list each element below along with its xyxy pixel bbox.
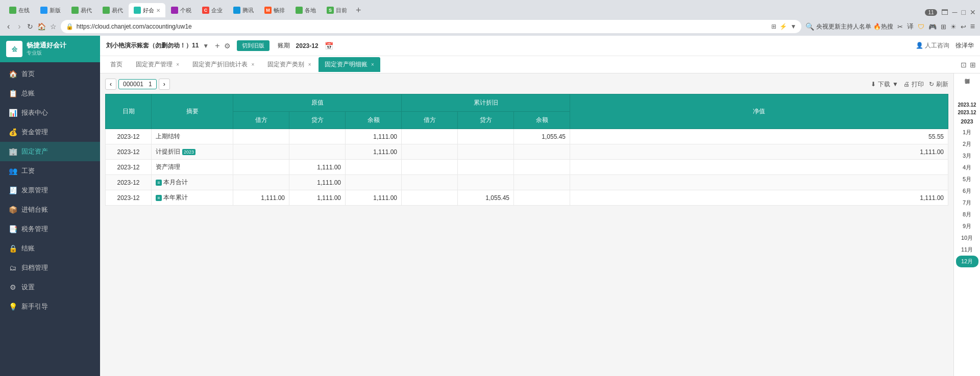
url-box[interactable]: 🔒 https://cloud.chanjet.com/accounting/u… — [61, 20, 802, 33]
next-page-button[interactable]: › — [159, 79, 170, 90]
tab-fixed-asset-detail-close[interactable]: × — [371, 62, 374, 67]
collapse-panel-icon[interactable]: ⊡ — [961, 61, 967, 69]
invoice-nav-icon: 🧾 — [8, 186, 17, 194]
back-button[interactable]: ‹ — [5, 21, 12, 32]
bookmark-button[interactable]: ☆ — [50, 22, 57, 31]
tab-depreciation-stats-close[interactable]: × — [252, 62, 255, 67]
translate-icon[interactable]: 译 — [907, 22, 914, 31]
tab-home[interactable]: 首页 — [104, 57, 129, 72]
tab-active-close[interactable]: ✕ — [156, 8, 160, 13]
period-month-11[interactable]: 11月 — [956, 244, 978, 256]
switch-version-button[interactable]: 切到旧版 — [237, 40, 270, 51]
expand-panel-icon[interactable]: ⊞ — [970, 61, 976, 69]
period-month-7[interactable]: 7月 — [956, 197, 978, 209]
tab-new-icon — [40, 7, 47, 14]
tab-muqian[interactable]: S 目前 — [322, 3, 352, 17]
period-value: 2023-12 — [296, 42, 318, 49]
minimize-icon[interactable]: ─ — [952, 8, 958, 16]
sidebar-item-guide[interactable]: 💡 新手引导 — [0, 297, 100, 316]
secure-icon: 🔒 — [66, 23, 74, 30]
add-account-button[interactable]: + — [215, 41, 219, 51]
cell-date: 2023-12 — [106, 129, 152, 144]
tab-new[interactable]: 新版 — [35, 3, 66, 17]
sidebar-item-settings[interactable]: ⚙ 设置 — [0, 278, 100, 297]
close-window-icon[interactable]: ✕ — [970, 8, 976, 16]
sidebar-item-close[interactable]: 🔒 结账 — [0, 239, 100, 258]
new-tab-button[interactable]: + — [353, 3, 364, 17]
period-month-3[interactable]: 3月 — [956, 150, 978, 162]
dropdown-icon[interactable]: ▼ — [790, 23, 796, 30]
sidebar-item-invoice-label: 发票管理 — [21, 186, 48, 195]
period-month-10[interactable]: 10月 — [956, 232, 978, 244]
sidebar-item-payroll[interactable]: 👥 工资 — [0, 161, 100, 181]
cell-date: 2023-12 — [106, 175, 152, 190]
period-month-12[interactable]: 12月 — [956, 256, 978, 267]
download-button[interactable]: ⬇ 下载 ▼ — [871, 80, 898, 89]
period-month-5[interactable]: 5月 — [956, 173, 978, 185]
print-button[interactable]: 🖨 打印 — [903, 80, 924, 89]
period-month-8[interactable]: 8月 — [956, 209, 978, 220]
sidebar-item-ledger[interactable]: 📋 总账 — [0, 84, 100, 103]
grid-icon[interactable]: ⊞ — [941, 23, 946, 31]
sidebar-item-archive[interactable]: 🗂 归档管理 — [0, 258, 100, 278]
maximize-icon[interactable]: □ — [962, 8, 966, 16]
account-dropdown[interactable]: ▼ — [203, 42, 209, 49]
sidebar-item-settings-label: 设置 — [21, 283, 35, 292]
cell-acc-credit: 1,055.45 — [458, 190, 514, 206]
refresh-button[interactable]: ↻ 刷新 — [929, 80, 948, 89]
th-orig-debit: 借方 — [233, 112, 289, 129]
tab-fixed-asset-mgmt[interactable]: 固定资产管理 × — [130, 57, 185, 72]
cell-orig-balance: 1,111.00 — [346, 129, 402, 144]
period-month-4[interactable]: 4月 — [956, 162, 978, 173]
calendar-icon[interactable]: 📅 — [325, 42, 333, 50]
settings-icon[interactable]: ⚙ — [224, 42, 231, 50]
page-number-display: 000001 1 — [118, 79, 157, 89]
sidebar-item-reports[interactable]: 📊 报表中心 — [0, 103, 100, 122]
cut-icon[interactable]: ✂ — [897, 23, 903, 31]
period-month-6[interactable]: 6月 — [956, 185, 978, 197]
tab-yidai1[interactable]: 易代 — [66, 3, 97, 17]
menu-icon[interactable]: ≡ — [970, 22, 975, 31]
tab-fixed-asset-category[interactable]: 固定资产类别 × — [261, 57, 317, 72]
prev-page-button[interactable]: ‹ — [105, 79, 116, 90]
th-summary: 摘要 — [152, 94, 233, 129]
tab-depreciation-stats[interactable]: 固定资产折旧统计表 × — [186, 57, 260, 72]
search-box[interactable]: 🔍 央视更新主持人名单 🔥热搜 — [805, 22, 893, 31]
guide-nav-icon: 💡 — [8, 303, 17, 311]
tab-yidai2[interactable]: 易代 — [97, 3, 128, 17]
tab-fixed-asset-detail[interactable]: 固定资产明细账 × — [318, 57, 380, 72]
shield-icon[interactable]: 🛡 — [918, 23, 924, 31]
tab-fixed-asset-mgmt-close[interactable]: × — [176, 62, 179, 67]
period-month-9[interactable]: 9月 — [956, 220, 978, 232]
home-button[interactable]: 🏠 — [37, 22, 46, 31]
tab-changpai[interactable]: M 畅排 — [259, 3, 290, 17]
tab-active[interactable]: 好会 ✕ — [129, 3, 165, 17]
period-month-2[interactable]: 2月 — [956, 138, 978, 150]
sidebar-item-cash[interactable]: 💰 资金管理 — [0, 122, 100, 142]
sidebar-item-tax[interactable]: 📑 税务管理 — [0, 219, 100, 239]
reload-button[interactable]: ↻ — [27, 22, 33, 31]
sidebar-item-home[interactable]: 🏠 首页 — [0, 64, 100, 84]
lightning-icon[interactable]: ⚡ — [779, 23, 787, 30]
ledger-nav-icon: 📋 — [8, 89, 17, 97]
payroll-nav-icon: 👥 — [8, 167, 17, 175]
restore-window-icon[interactable]: 🗖 — [941, 8, 948, 16]
tab-tencent[interactable]: 腾讯 — [228, 3, 259, 17]
tab-fixed-asset-category-close[interactable]: × — [308, 62, 311, 67]
sidebar-item-inventory[interactable]: 📦 进销台账 — [0, 200, 100, 219]
action-buttons: ⬇ 下载 ▼ 🖨 打印 ↻ 刷新 — [871, 80, 948, 89]
tab-geshui[interactable]: 个税 — [166, 3, 197, 17]
account-name: 刘小艳演示账套（勿删勿动！）11 — [106, 41, 199, 50]
sidebar-item-fixed-assets[interactable]: 🏢 固定资产 — [0, 142, 100, 161]
tab-online[interactable]: 在线 — [4, 3, 35, 17]
sidebar-item-invoice[interactable]: 🧾 发票管理 — [0, 181, 100, 200]
tab-enterprise[interactable]: C 企业 — [197, 3, 228, 17]
period-month-1[interactable]: 1月 — [956, 127, 978, 138]
forward-button[interactable]: › — [16, 21, 22, 32]
undo-icon[interactable]: ↩ — [961, 23, 966, 31]
support-button[interactable]: 👤 人工咨询 — [916, 41, 949, 50]
game-icon[interactable]: 🎮 — [928, 23, 937, 31]
tab-gedi[interactable]: 各地 — [290, 3, 321, 17]
brightness-icon[interactable]: ☀ — [950, 23, 957, 31]
extensions-icon[interactable]: ⊞ — [771, 23, 776, 30]
